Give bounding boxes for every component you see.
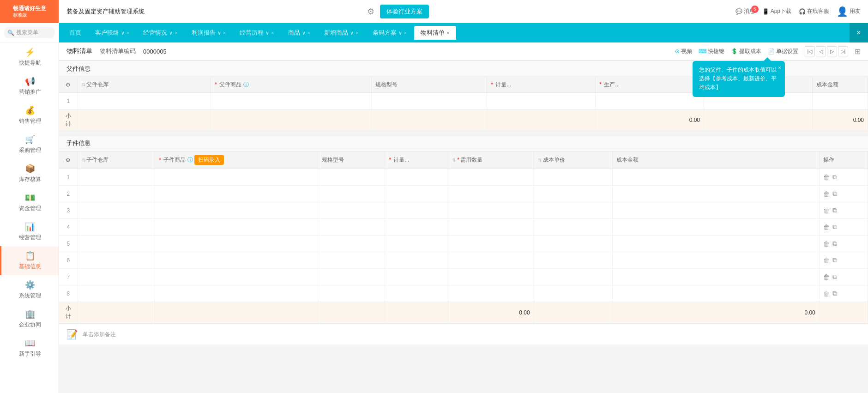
child-needed-cell[interactable]	[448, 169, 534, 186]
child-spec-cell[interactable]	[318, 169, 385, 186]
copy-icon[interactable]: ⧉	[832, 206, 837, 214]
view-action[interactable]: ⊙ 视频	[675, 48, 692, 55]
child-qty-cell[interactable]	[385, 169, 448, 186]
sales-icon: 💰	[25, 105, 35, 115]
tooltip-close-btn[interactable]: ×	[778, 64, 781, 73]
nav-prev-btn[interactable]: ◁	[816, 46, 826, 56]
nav-first-btn[interactable]: |◁	[805, 46, 815, 56]
delete-icon[interactable]: 🗑	[823, 174, 830, 181]
tab-close[interactable]: ×	[356, 30, 358, 36]
sidebar-item-purchase[interactable]: 🛒 采购管理	[0, 130, 59, 159]
child-section: 子件信息 ⚙ ⇅ 子件仓库 * 子件商品 ⓘ 扫码录入 规格型号 * 计量...…	[59, 135, 868, 324]
purchase-icon: 🛒	[25, 134, 35, 145]
marketing-icon: 📢	[25, 76, 35, 86]
tab-barcode[interactable]: 条码方案 ∨ ×	[366, 26, 413, 40]
close-all-tabs-btn[interactable]: ×	[850, 23, 868, 42]
sidebar-item-enterprise[interactable]: 🏢 企业协同	[0, 304, 59, 333]
parent-warehouse-cell[interactable]	[78, 93, 211, 109]
search-label: 搜索菜单	[16, 29, 38, 36]
trial-btn[interactable]: 体验行业方案	[380, 5, 429, 18]
parent-goods-cell[interactable]	[211, 93, 372, 109]
sidebar-item-basic[interactable]: 📋 基础信息	[0, 246, 59, 275]
parent-prod-cell[interactable]	[596, 93, 704, 109]
user-btn[interactable]: 👤 用友	[837, 6, 861, 17]
cost-action[interactable]: 💲 提取成本	[731, 48, 761, 55]
tab-new-goods[interactable]: 新增商品 ∨ ×	[318, 26, 365, 40]
nav-tabs: 首页 客户联络 ∨ × 经营情况 ∨ × 利润报告 ∨ × 经营历程 ∨ × 商…	[59, 23, 868, 42]
topbar: 装备及固定资产辅助管理系统 ⚙ 体验行业方案 💬 消息 6 📱 App下载 🎧 …	[59, 0, 868, 23]
tab-close[interactable]: ×	[446, 30, 449, 36]
th-child-spec: 规格型号	[318, 151, 385, 169]
tab-close[interactable]: ×	[271, 30, 274, 36]
sidebar-item-guide[interactable]: 📖 新手引导	[0, 333, 59, 363]
parent-spec-cell[interactable]	[372, 93, 487, 109]
delete-icon[interactable]: 🗑	[823, 224, 830, 231]
child-cost-unit-cell[interactable]	[534, 169, 613, 186]
row-num: 4	[59, 219, 78, 236]
sidebar-item-operation[interactable]: 📊 经营管理	[0, 217, 59, 246]
operation-icon: 📊	[25, 222, 35, 232]
sidebar-search[interactable]: 🔍 搜索菜单	[0, 23, 59, 42]
tab-operation-status[interactable]: 经营情况 ∨ ×	[137, 26, 184, 40]
th-child-warehouse: ⇅ 子件仓库	[78, 151, 155, 169]
tab-home[interactable]: 首页	[63, 26, 88, 40]
delete-icon[interactable]: 🗑	[823, 257, 830, 264]
copy-icon[interactable]: ⧉	[832, 273, 837, 281]
settings-icon[interactable]: ⚙	[367, 6, 374, 17]
online-service-btn[interactable]: 🎧 在线客服	[799, 7, 829, 15]
child-goods-cell[interactable]	[155, 169, 318, 186]
sort-icon: ⇅	[82, 157, 85, 163]
finance-icon: 💵	[25, 193, 35, 203]
nav-last-btn[interactable]: ▷|	[838, 46, 848, 56]
headset-icon: 🎧	[799, 8, 806, 15]
sidebar-item-system[interactable]: ⚙️ 系统管理	[0, 275, 59, 304]
scan-btn[interactable]: 扫码录入	[194, 155, 224, 165]
th-parent-qty: * 计量...	[487, 77, 596, 93]
delete-icon[interactable]: 🗑	[823, 240, 830, 248]
nav-next-btn[interactable]: ▷	[827, 46, 837, 56]
tab-close[interactable]: ×	[404, 30, 407, 36]
tab-close[interactable]: ×	[223, 30, 226, 36]
table-row: 5 🗑⧉	[59, 236, 868, 252]
tab-close[interactable]: ×	[127, 30, 129, 36]
app-download-btn[interactable]: 📱 App下载	[762, 7, 791, 15]
copy-icon[interactable]: ⧉	[832, 240, 837, 248]
delete-icon[interactable]: 🗑	[823, 190, 830, 198]
sidebar-item-sales[interactable]: 💰 销售管理	[0, 101, 59, 130]
tab-close[interactable]: ×	[175, 30, 177, 36]
copy-icon[interactable]: ⧉	[832, 290, 837, 297]
sidebar-item-inventory[interactable]: 📦 库存核算	[0, 159, 59, 188]
table-row: 3 🗑⧉	[59, 202, 868, 219]
copy-icon[interactable]: ⧉	[832, 223, 837, 231]
tab-goods[interactable]: 商品 ∨ ×	[282, 26, 317, 40]
copy-icon[interactable]: ⧉	[832, 173, 837, 181]
copy-icon[interactable]: ⧉	[832, 190, 837, 198]
shortcut-action[interactable]: ⌨ 快捷键	[699, 48, 724, 55]
doc-setting-action[interactable]: 📄 单据设置	[768, 48, 798, 55]
tab-profit[interactable]: 利润报告 ∨ ×	[185, 26, 232, 40]
copy-icon[interactable]: ⧉	[832, 256, 837, 264]
row-num: 3	[59, 202, 78, 219]
row-num: 7	[59, 269, 78, 285]
doc-icon: 📄	[768, 48, 775, 54]
tab-operation-history[interactable]: 经营历程 ∨ ×	[233, 26, 280, 40]
grid-view-icon[interactable]: ⊞	[855, 47, 861, 56]
delete-icon[interactable]: 🗑	[823, 207, 830, 214]
message-btn[interactable]: 💬 消息 6	[735, 7, 755, 15]
settings-icon[interactable]: ⚙	[66, 157, 71, 163]
tab-bom[interactable]: 物料清单 ×	[414, 26, 456, 40]
tab-close[interactable]: ×	[307, 30, 310, 36]
sidebar-item-quick-nav[interactable]: ⚡ 快捷导航	[0, 42, 59, 72]
tab-customer[interactable]: 客户联络 ∨ ×	[89, 26, 136, 40]
sidebar-item-marketing[interactable]: 📢 营销推广	[0, 72, 59, 101]
child-warehouse-cell[interactable]	[78, 169, 155, 186]
delete-icon[interactable]: 🗑	[823, 273, 830, 281]
tab-arrow: ∨	[217, 30, 221, 36]
parent-qty-cell[interactable]	[487, 93, 596, 109]
search-icon: 🔍	[7, 30, 14, 36]
sidebar-item-finance[interactable]: 💵 资金管理	[0, 188, 59, 217]
delete-icon[interactable]: 🗑	[823, 290, 830, 297]
memo-hint[interactable]: 单击添加备注	[83, 331, 116, 339]
settings-icon[interactable]: ⚙	[66, 82, 71, 88]
table-row: 8 🗑⧉	[59, 285, 868, 302]
